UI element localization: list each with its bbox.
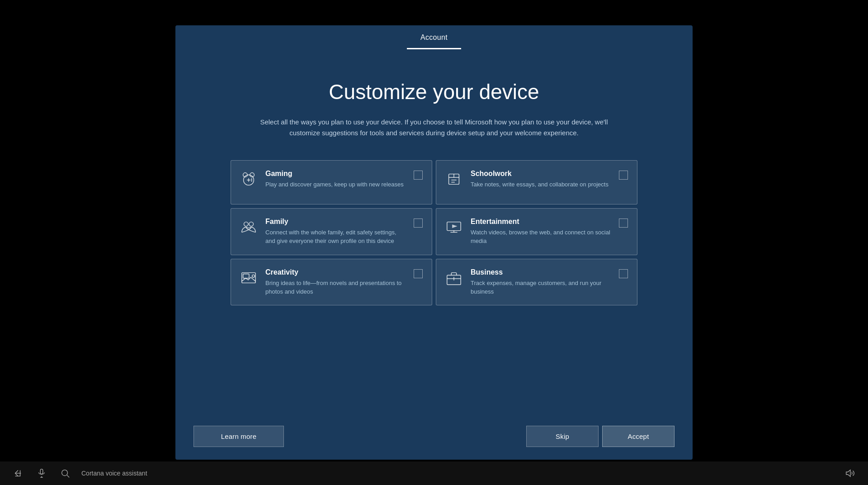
business-text: Business Track expenses, manage customer… <box>471 268 612 296</box>
business-title: Business <box>471 268 612 276</box>
main-window: Account Customize your device Select all… <box>175 25 693 460</box>
option-card-schoolwork[interactable]: Schoolwork Take notes, write essays, and… <box>436 160 637 204</box>
option-card-gaming[interactable]: Gaming Play and discover games, keep up … <box>231 160 432 204</box>
schoolwork-icon <box>444 170 463 189</box>
svg-point-5 <box>251 179 252 180</box>
page-title: Customize your device <box>329 80 539 104</box>
main-content: Customize your device Select all the way… <box>175 48 693 417</box>
svg-point-23 <box>62 470 68 476</box>
svg-marker-13 <box>452 224 457 228</box>
svg-rect-15 <box>243 274 249 278</box>
option-card-business[interactable]: Business Track expenses, manage customer… <box>436 259 637 306</box>
svg-marker-25 <box>846 470 850 477</box>
taskbar: Cortana voice assistant <box>0 461 868 485</box>
bottom-right-buttons: Skip Accept <box>526 426 675 447</box>
gaming-text: Gaming Play and discover games, keep up … <box>265 170 406 189</box>
option-card-family[interactable]: Family Connect with the whole family, ed… <box>231 208 432 255</box>
learn-more-button[interactable]: Learn more <box>193 426 284 447</box>
options-grid: Gaming Play and discover games, keep up … <box>231 160 637 305</box>
microphone-icon[interactable] <box>34 466 49 480</box>
entertainment-text: Entertainment Watch videos, browse the w… <box>471 218 612 246</box>
gaming-title: Gaming <box>265 170 406 178</box>
volume-icon[interactable] <box>843 466 857 480</box>
gaming-checkbox[interactable] <box>414 171 423 180</box>
svg-rect-20 <box>40 469 43 474</box>
entertainment-desc: Watch videos, browse the web, and connec… <box>471 228 612 246</box>
svg-point-8 <box>244 222 249 227</box>
business-checkbox[interactable] <box>619 269 628 278</box>
option-card-entertainment[interactable]: Entertainment Watch videos, browse the w… <box>436 208 637 255</box>
family-text: Family Connect with the whole family, ed… <box>265 218 406 246</box>
family-title: Family <box>265 218 406 226</box>
option-card-creativity[interactable]: Creativity Bring ideas to life—from nove… <box>231 259 432 306</box>
page-description: Select all the ways you plan to use your… <box>249 117 619 138</box>
schoolwork-text: Schoolwork Take notes, write essays, and… <box>471 170 612 189</box>
bottom-bar: Learn more Skip Accept <box>175 417 693 460</box>
business-desc: Track expenses, manage customers, and ru… <box>471 279 612 296</box>
creativity-checkbox[interactable] <box>414 269 423 278</box>
family-icon <box>239 218 258 237</box>
family-checkbox[interactable] <box>414 219 423 228</box>
schoolwork-desc: Take notes, write essays, and collaborat… <box>471 181 612 189</box>
schoolwork-checkbox[interactable] <box>619 171 628 180</box>
search-icon[interactable] <box>58 466 72 480</box>
svg-point-16 <box>252 275 255 277</box>
creativity-text: Creativity Bring ideas to life—from nove… <box>265 268 406 296</box>
svg-line-24 <box>67 475 69 477</box>
entertainment-title: Entertainment <box>471 218 612 226</box>
creativity-title: Creativity <box>265 268 406 276</box>
schoolwork-title: Schoolwork <box>471 170 612 178</box>
creativity-desc: Bring ideas to life—from novels and pres… <box>265 279 406 296</box>
svg-point-6 <box>251 180 252 181</box>
account-tab[interactable]: Account <box>407 25 461 49</box>
gaming-icon <box>239 170 258 189</box>
creativity-icon <box>239 268 258 287</box>
top-nav: Account <box>175 25 693 49</box>
business-icon <box>444 268 463 287</box>
gaming-desc: Play and discover games, keep up with ne… <box>265 181 406 189</box>
accept-button[interactable]: Accept <box>602 426 675 447</box>
cortana-text: Cortana voice assistant <box>81 470 834 477</box>
entertainment-icon <box>444 218 463 237</box>
back-icon[interactable] <box>11 466 25 480</box>
entertainment-checkbox[interactable] <box>619 219 628 228</box>
svg-point-9 <box>249 222 254 227</box>
skip-button[interactable]: Skip <box>526 426 599 447</box>
family-desc: Connect with the whole family, edit safe… <box>265 228 406 246</box>
